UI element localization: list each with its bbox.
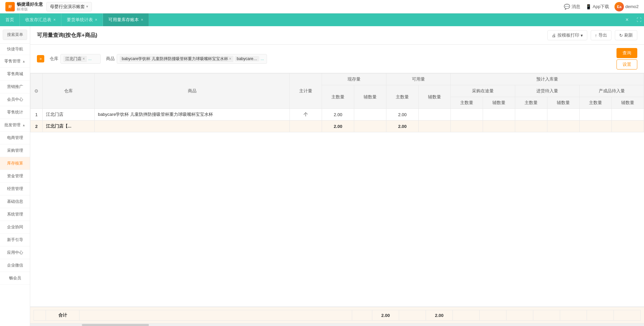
row2-inbound-main xyxy=(515,121,547,132)
logo-area: 好 畅捷通好生意 标准版 xyxy=(5,2,43,11)
warehouse-filter: 仓库 江北门店 × ... xyxy=(50,54,101,64)
top-bar-right: 💬 消息 📱 App下载 Ea demo2 xyxy=(564,2,639,11)
footer-stock-aux xyxy=(399,310,426,321)
row1-stock-aux xyxy=(354,109,386,121)
tab-order-stats[interactable]: 要货单统计表 × xyxy=(61,13,103,26)
sidebar-item-enterprise-collab[interactable]: 企业协同 xyxy=(0,221,30,234)
sidebar-item-app-center[interactable]: 应用中心 xyxy=(0,246,30,259)
col-prod-pend-aux: 辅数量 xyxy=(611,97,644,109)
print-button[interactable]: 🖨 按模板打印 ▾ xyxy=(547,30,587,40)
row1-unit: 个 xyxy=(290,109,322,121)
col-purchase-transit: 采购在途量 xyxy=(451,85,515,97)
sidebar-item-wholesale-mgmt[interactable]: 批发管理 ▲ xyxy=(0,119,30,132)
product-more[interactable]: ... xyxy=(261,56,264,61)
page-actions: 🖨 按模板打印 ▾ ↑ 导出 ↻ 刷新 xyxy=(547,30,638,40)
sidebar-item-enterprise-wechat[interactable]: 企业微信 xyxy=(0,259,30,272)
export-icon: ↑ xyxy=(595,33,597,38)
search-menu-button[interactable]: 搜索菜单 xyxy=(3,30,27,40)
message-icon: 💬 xyxy=(564,4,570,10)
tab-receive-label: 收发存汇总表 xyxy=(25,17,51,23)
col-purch-pend-aux: 辅数量 xyxy=(547,97,580,109)
export-button[interactable]: ↑ 导出 xyxy=(591,30,612,40)
sidebar-item-retail-stats[interactable]: 零售统计 xyxy=(0,106,30,119)
col-product-pending: 产成品待入量 xyxy=(580,85,644,97)
product-tag1-remove[interactable]: × xyxy=(229,56,231,61)
sidebar-item-quick-nav[interactable]: 快捷导航 xyxy=(0,44,30,55)
query-actions: 查询 设置 xyxy=(616,48,637,69)
footer-label: 合计 xyxy=(46,310,79,321)
tab-receive-summary[interactable]: 收发存汇总表 × xyxy=(20,13,61,26)
sidebar-item-ecommerce[interactable]: 电商管理 xyxy=(0,132,30,144)
sidebar-search-area: 搜索菜单 xyxy=(0,26,30,44)
tab-available-stock[interactable]: 可用量库存账本 × xyxy=(103,13,149,26)
col-purchase-pending: 进货待入量 xyxy=(515,85,580,97)
col-avail-main: 主数量 xyxy=(386,85,419,109)
row2-inbound-aux xyxy=(547,121,580,132)
product-tag-2: babycare… xyxy=(235,56,259,61)
sidebar-item-guide[interactable]: 新手引导 xyxy=(0,234,30,246)
scroll-thumb[interactable] xyxy=(82,324,149,326)
query-button[interactable]: 查询 xyxy=(616,48,637,58)
footer-inbound-main xyxy=(533,310,560,321)
footer-purch-trans-aux xyxy=(506,310,533,321)
sidebar-item-member-center[interactable]: 会员中心 xyxy=(0,93,30,106)
row2-purch-trans-main xyxy=(451,121,483,132)
col-planned-inbound: 预计入库量 xyxy=(451,74,644,85)
footer-avail-main: 2.00 xyxy=(426,310,453,321)
row2-avail-main: 2.00 xyxy=(386,121,419,132)
tab-receive-close[interactable]: × xyxy=(53,17,56,22)
col-prod-pend-main: 主数量 xyxy=(580,97,612,109)
tab-available-close[interactable]: × xyxy=(141,17,143,22)
row2-prod-pend-aux xyxy=(611,121,644,132)
product-input[interactable]: babycare学饮杯 儿童防摔防撞吸管杯重力球吸嘴杯宝宝水杯 × babyca… xyxy=(117,54,267,64)
row2-prod-pend-main xyxy=(580,121,612,132)
row1-avail-main: 2.00 xyxy=(386,109,419,121)
row1-product: babycare学饮杯 儿童防摔防撞吸管杯重力球吸嘴杯宝宝水杯 xyxy=(94,109,289,121)
tab-home-label: 首页 xyxy=(5,17,14,23)
logo-text: 畅捷通好生意 标准版 xyxy=(17,2,43,11)
tab-order-close[interactable]: × xyxy=(95,17,97,22)
row2-warehouse: 江北门店【... xyxy=(43,121,95,132)
refresh-button[interactable]: ↻ 刷新 xyxy=(615,30,637,40)
app-download-button[interactable]: 📱 App下载 xyxy=(586,4,609,10)
col-available: 可用量 xyxy=(386,74,451,85)
row1-stock-main: 2.00 xyxy=(322,109,354,121)
sidebar-item-inventory[interactable]: 库存核算 xyxy=(0,157,30,170)
row1-purch-trans-main xyxy=(451,109,483,121)
col-stock-main: 主数量 xyxy=(322,85,354,109)
refresh-icon: ↻ xyxy=(619,33,623,38)
row1-prod-pend-aux xyxy=(611,109,644,121)
user-profile[interactable]: Ea demo2 xyxy=(614,2,639,11)
footer-unit xyxy=(352,310,372,321)
message-button[interactable]: 💬 消息 xyxy=(564,4,580,10)
sidebar-item-system-mgmt[interactable]: 系统管理 xyxy=(0,208,30,221)
tab-home[interactable]: 首页 xyxy=(0,13,20,26)
close-all-tabs[interactable]: × xyxy=(622,13,633,26)
sidebar-item-marketing[interactable]: 营销推广 xyxy=(0,81,30,93)
maximize-button[interactable]: ⛶ xyxy=(634,13,644,26)
warehouse-input[interactable]: 江北门店 × ... xyxy=(60,54,101,64)
warehouse-tag-remove[interactable]: × xyxy=(83,56,85,61)
sidebar-item-operations[interactable]: 经营管理 xyxy=(0,183,30,195)
col-avail-aux: 辅数量 xyxy=(419,85,451,109)
logo-icon: 好 xyxy=(5,2,15,11)
sidebar-item-retail-mall[interactable]: 零售商城 xyxy=(0,68,30,81)
sidebar-item-purchase-mgmt[interactable]: 采购管理 xyxy=(0,144,30,157)
table-row: 1 江北门店 babycare学饮杯 儿童防摔防撞吸管杯重力球吸嘴杯宝宝水杯 个… xyxy=(31,109,644,121)
setting-button[interactable]: 设置 xyxy=(616,59,637,69)
org-selector[interactable]: 母婴行业演示账套 ▾ xyxy=(46,2,92,11)
row2-stock-main: 2.00 xyxy=(322,121,354,132)
col-main-unit: 主计量 xyxy=(290,74,322,109)
sidebar-item-retail-mgmt[interactable]: 零售管理 ▲ xyxy=(0,55,30,68)
sidebar-item-finance[interactable]: 资金管理 xyxy=(0,170,30,183)
col-current-stock: 现存量 xyxy=(322,74,386,85)
column-settings-icon[interactable]: ⚙ xyxy=(34,88,39,94)
row2-no: 2 xyxy=(31,121,43,132)
sidebar: 搜索菜单 快捷导航 零售管理 ▲ 零售商城 营销推广 会员中心 零售统计 批发管… xyxy=(0,26,30,326)
expand-filter-button[interactable]: » xyxy=(37,55,44,62)
sidebar-item-basic-info[interactable]: 基础信息 xyxy=(0,195,30,208)
warehouse-more[interactable]: ... xyxy=(88,56,92,61)
col-product: 商品 xyxy=(94,74,289,109)
sidebar-item-member-plus[interactable]: 畅会员 xyxy=(0,272,30,285)
horizontal-scrollbar[interactable] xyxy=(30,323,644,326)
